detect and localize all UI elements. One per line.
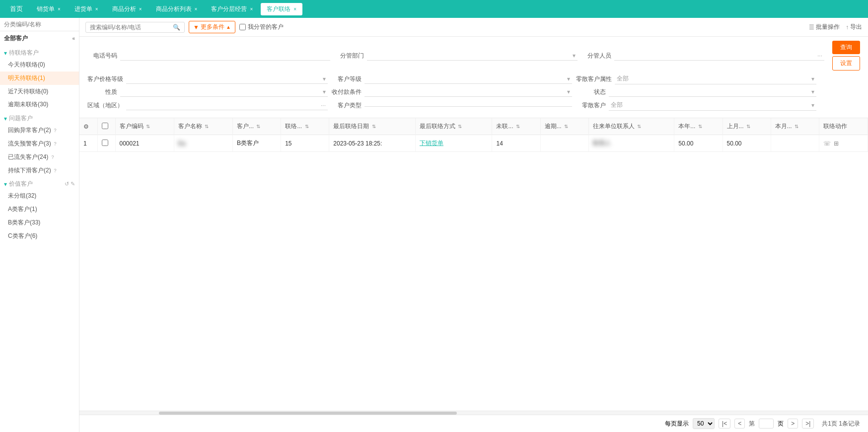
section-title-problem: ▾ 问题客户 xyxy=(0,111,79,124)
sidebar-type-c[interactable]: C类客户(6) xyxy=(0,229,79,243)
th-checkbox[interactable] xyxy=(97,118,115,135)
search-input[interactable] xyxy=(90,24,171,31)
action-grid-icon[interactable]: ⊞ xyxy=(834,140,839,147)
filter-region: 区域（地区） ··· xyxy=(87,101,328,110)
sidebar-churn-warning[interactable]: 流失预警客户(3) ？ xyxy=(0,137,79,150)
th-last-date[interactable]: 最后联络日期 ⇅ xyxy=(329,118,416,135)
th-overdue[interactable]: 逾期... ⇅ xyxy=(540,118,588,135)
th-name[interactable]: 客户名称 ⇅ xyxy=(174,118,232,135)
nav-item-4[interactable]: 客户分层经营 × xyxy=(205,3,259,15)
th-type[interactable]: 客户... ⇅ xyxy=(233,118,281,135)
select-all-checkbox[interactable] xyxy=(102,123,108,129)
th-last-month[interactable]: 上月... ⇅ xyxy=(723,118,771,135)
filter-customer-type: 客户类型 xyxy=(332,101,572,110)
filter-row-1: 电话号码 分管部门 ▾ 分管人员 ··· xyxy=(87,41,860,71)
batch-ops-btn[interactable]: ☰ 批量操作 xyxy=(809,23,840,31)
status-select[interactable]: ▾ xyxy=(609,87,816,97)
filter-retail: 零散客户 全部 ▾ xyxy=(576,100,816,111)
manager-select[interactable]: ··· xyxy=(614,51,824,61)
sidebar-collapse-btn[interactable]: « xyxy=(72,36,75,41)
th-settings[interactable]: ⚙ xyxy=(79,118,97,135)
customer-type-select[interactable] xyxy=(364,104,572,107)
payment-chevron: ▾ xyxy=(567,88,570,95)
th-contact[interactable]: 联络... ⇅ xyxy=(281,118,329,135)
phone-input[interactable] xyxy=(120,51,330,61)
sidebar-type-a[interactable]: A类客户(1) xyxy=(0,203,79,216)
th-this-year[interactable]: 本年... ⇅ xyxy=(674,118,723,135)
batch-ops-label: 批量操作 xyxy=(816,23,840,31)
nav-item-3[interactable]: 商品分析列表 × xyxy=(150,3,204,15)
region-select[interactable]: ··· xyxy=(126,101,328,110)
customer-table: ⚙ 客户编码 ⇅ 客户名称 ⇅ 客户... ⇅ xyxy=(79,118,868,152)
customer-grade-select[interactable]: ▾ xyxy=(364,74,572,84)
next-page-btn[interactable]: > xyxy=(788,419,798,429)
nav-item-2[interactable]: 商品分析 × xyxy=(106,3,148,15)
th-last-method[interactable]: 最后联络方式 ⇅ xyxy=(416,118,492,135)
retail-attr-select[interactable]: 全部 ▾ xyxy=(615,73,816,84)
td-checkbox[interactable] xyxy=(97,135,115,152)
price-grade-select[interactable]: ▾ xyxy=(126,74,328,84)
action-phone-icon[interactable]: ☏ xyxy=(823,140,831,147)
sidebar-all-customers[interactable]: 全部客户 « xyxy=(0,31,79,46)
filter-actions: 查询 设置 xyxy=(832,41,860,71)
nav-item-5[interactable]: 客户联络 × xyxy=(261,3,302,15)
first-page-btn[interactable]: |< xyxy=(719,419,730,429)
row-checkbox[interactable] xyxy=(102,140,108,146)
nav-close-1[interactable]: × xyxy=(95,6,98,12)
td-name: Ea xyxy=(174,135,232,152)
gender-select[interactable]: ▾ xyxy=(120,87,328,97)
search-icon[interactable]: 🔍 xyxy=(173,24,180,31)
sidebar-tomorrow-pending[interactable]: 明天待联络(1) xyxy=(0,72,79,85)
nav-label-5: 客户联络 xyxy=(267,5,290,13)
my-customers-checkbox[interactable] xyxy=(239,24,246,30)
nav-close-0[interactable]: × xyxy=(58,6,61,12)
th-this-month[interactable]: 本月... ⇅ xyxy=(771,118,819,135)
horizontal-scrollbar[interactable] xyxy=(79,411,868,415)
setting-button[interactable]: 设置 xyxy=(832,56,860,71)
th-uncontacted[interactable]: 未联... ⇅ xyxy=(492,118,540,135)
export-icon: ↑ xyxy=(846,24,849,31)
nav-close-5[interactable]: × xyxy=(293,6,296,12)
sidebar-churned[interactable]: 已流失客户(24) ？ xyxy=(0,150,79,164)
nav-close-4[interactable]: × xyxy=(250,6,253,12)
nav-label-4: 客户分层经营 xyxy=(211,5,247,13)
last-page-btn[interactable]: >| xyxy=(802,419,814,429)
nav-close-3[interactable]: × xyxy=(195,6,198,12)
nav-home[interactable]: 首页 xyxy=(4,2,29,15)
sidebar-ungrouped[interactable]: 未分组(32) xyxy=(0,189,79,203)
th-unit-contacts[interactable]: 往来单位联系人 ⇅ xyxy=(588,118,674,135)
retail-attr-label: 零散客户属性 xyxy=(576,75,612,83)
nav-close-2[interactable]: × xyxy=(139,6,142,12)
region-ellipsis: ··· xyxy=(321,102,326,109)
sort-ty-icon: ⇅ xyxy=(698,124,702,129)
sidebar-overdue-pending[interactable]: 逾期未联络(30) xyxy=(0,98,79,111)
last-method-link[interactable]: 下销货单 xyxy=(420,140,443,146)
filter-panel: 电话号码 分管部门 ▾ 分管人员 ··· xyxy=(79,37,868,118)
dept-select[interactable]: ▾ xyxy=(367,51,577,61)
sidebar-repurchase-abnormal[interactable]: 回购异常客户(2) ？ xyxy=(0,124,79,137)
nav-item-1[interactable]: 进货单 × xyxy=(69,3,104,15)
th-code[interactable]: 客户编码 ⇅ xyxy=(115,118,174,135)
payment-select[interactable]: ▾ xyxy=(364,87,572,97)
sidebar-type-b[interactable]: B类客户(33) xyxy=(0,216,79,229)
scrollbar-thumb[interactable] xyxy=(159,412,457,415)
sidebar-7days-pending[interactable]: 近7天待联络(0) xyxy=(0,85,79,98)
more-filter-btn[interactable]: ▼ 更多条件 ▲ xyxy=(189,21,235,33)
sidebar-declining[interactable]: 持续下滑客户(2) ？ xyxy=(0,164,79,177)
nav-label-3: 商品分析列表 xyxy=(156,5,192,13)
prev-page-btn[interactable]: < xyxy=(734,419,745,429)
filter-icon: ▼ xyxy=(193,24,199,31)
retail-select[interactable]: 全部 ▾ xyxy=(609,100,816,111)
query-button[interactable]: 查询 xyxy=(832,41,860,54)
filter-status: 状态 ▾ xyxy=(576,87,816,97)
export-btn[interactable]: ↑ 导出 xyxy=(846,23,862,31)
page-word: 第 xyxy=(749,420,755,428)
table-row: 1 000021 Ea B类客户 15 2023-05-23 18:25: 下销… xyxy=(79,135,868,152)
section-label-pending: 待联络客户 xyxy=(9,49,39,57)
sidebar-today-pending[interactable]: 今天待联络(0) xyxy=(0,58,79,72)
page-number-input[interactable]: 1 xyxy=(759,419,774,429)
sidebar-search-input[interactable] xyxy=(4,21,78,28)
page-size-select[interactable]: 50 xyxy=(693,418,715,429)
section-label-problem: 问题客户 xyxy=(9,114,33,123)
nav-item-0[interactable]: 销货单 × xyxy=(31,3,67,15)
